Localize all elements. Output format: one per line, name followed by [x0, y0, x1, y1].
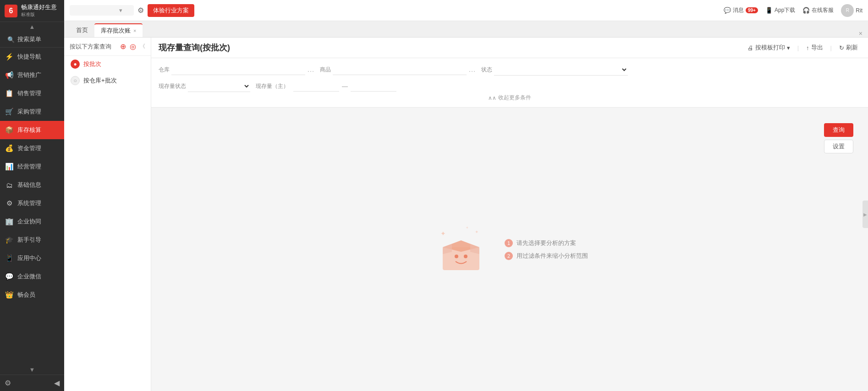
sidebar-item-inventory[interactable]: 📦 库存核算	[0, 121, 64, 139]
sidebar-item-label: 企业微信	[17, 272, 41, 281]
divider-2: |	[830, 44, 832, 51]
filter-form-inner: 仓库 … 商品 … 状态	[159, 64, 861, 102]
topbar-right: 💬 消息 99+ 📱 App下载 🎧 在线客服 R Rit	[724, 4, 863, 17]
sidebar-item-label: 销售管理	[17, 89, 41, 98]
sidebar-footer: ⚙ ◀	[0, 375, 64, 391]
search-icon: 🔍	[7, 36, 15, 43]
filter-item-label: 按批次	[83, 60, 101, 68]
empty-step-2-text: 用过滤条件来缩小分析范围	[516, 252, 588, 260]
sidebar-item-label: 经营管理	[17, 163, 41, 171]
right-edge-handle[interactable]: ▶	[863, 201, 868, 228]
step-1-num: 1	[505, 239, 513, 247]
sidebar-item-quick-nav[interactable]: ⚡ 快捷导航	[0, 48, 64, 66]
stock-main-field: 现存量（主） —	[256, 81, 396, 92]
sidebar-search[interactable]: 🔍 搜索菜单	[0, 32, 64, 48]
content-area: 现存量查询(按批次) 🖨 按模板打印 ▾ | ↑ 导出 | ↻	[151, 38, 868, 391]
collapse-label: 收起更多条件	[498, 94, 531, 102]
topbar: ▾ ⚙ 体验行业方案 💬 消息 99+ 📱 App下载 🎧 在线客服 R	[64, 0, 868, 21]
settings-btn[interactable]: 设置	[824, 140, 853, 153]
sidebar-item-sales[interactable]: 📋 销售管理	[0, 84, 64, 103]
filter-row-2: 现存量状态 现存量（主） —	[159, 80, 861, 92]
search-dropdown-icon[interactable]: ▾	[119, 7, 122, 14]
experience-btn[interactable]: 体验行业方案	[148, 4, 194, 17]
online-support-label: 在线客服	[812, 6, 834, 14]
stock-main-max[interactable]	[351, 81, 396, 92]
collapse-row[interactable]: ∧∧ 收起更多条件	[159, 92, 861, 102]
product-dots[interactable]: …	[468, 65, 476, 74]
filter-item-by-batch[interactable]: ● 按批次	[64, 56, 151, 72]
avatar-circle: R	[841, 4, 854, 17]
empty-step-2: 2 用过滤条件来缩小分析范围	[505, 252, 588, 260]
sidebar-item-newuser[interactable]: 🎓 新手引导	[0, 231, 64, 249]
page-title: 现存量查询(按批次)	[159, 42, 230, 53]
purchase-icon: 🛒	[5, 107, 14, 116]
app-download-btn[interactable]: 📱 App下载	[765, 6, 795, 14]
notifications-label: 消息	[733, 6, 744, 14]
notifications-btn[interactable]: 💬 消息 99+	[724, 6, 758, 14]
topbar-gear-icon[interactable]: ⚙	[137, 6, 144, 15]
sidebar-item-enterprise[interactable]: 🏢 企业协同	[0, 212, 64, 231]
user-avatar[interactable]: R Rit	[841, 4, 863, 17]
print-dropdown-icon[interactable]: ▾	[787, 44, 790, 51]
collapse-sidebar-icon[interactable]: ◀	[54, 379, 60, 387]
sales-icon: 📋	[5, 89, 14, 98]
online-support-btn[interactable]: 🎧 在线客服	[802, 6, 834, 14]
tab-home[interactable]: 首页	[70, 23, 94, 37]
sidebar-item-label: 基础信息	[17, 181, 41, 189]
product-input[interactable]	[333, 64, 467, 75]
sidebar-scroll-up[interactable]: ▲	[0, 22, 64, 32]
stock-main-min[interactable]	[293, 81, 339, 92]
sidebar-item-member[interactable]: 👑 畅会员	[0, 286, 64, 304]
tab-main-close-icon[interactable]: ×	[859, 30, 863, 37]
app-version: 标准版	[21, 11, 57, 18]
query-btn[interactable]: 查询	[824, 123, 853, 137]
print-template-btn[interactable]: 🖨 按模板打印 ▾	[745, 42, 793, 53]
sidebar-item-finance[interactable]: 💰 资金管理	[0, 139, 64, 157]
warehouse-input[interactable]	[171, 64, 305, 75]
sidebar-scroll-down[interactable]: ▼	[0, 365, 64, 375]
search-input[interactable]	[73, 7, 119, 14]
filter-panel-header: 按以下方案查询 ⊕ ◎ 《	[64, 38, 151, 56]
page-header: 现存量查询(按批次) 🖨 按模板打印 ▾ | ↑ 导出 | ↻	[151, 38, 868, 58]
tab-inventory-batch[interactable]: 库存批次账 ×	[94, 23, 143, 37]
stock-status-label: 现存量状态	[159, 82, 186, 90]
sidebar-item-system[interactable]: ⚙ 系统管理	[0, 194, 64, 212]
enterprise-icon: 🏢	[5, 217, 14, 226]
tab-home-label: 首页	[76, 26, 88, 34]
tab-close-icon[interactable]: ×	[133, 28, 136, 33]
refresh-btn[interactable]: ↻ 刷新	[836, 42, 861, 53]
sidebar-item-appcenter[interactable]: 📱 应用中心	[0, 249, 64, 267]
avatar-initials: R	[846, 8, 849, 13]
filter-panel-collapse[interactable]: 《	[140, 43, 145, 50]
search-input-block[interactable]: ▾	[70, 5, 134, 16]
warehouse-field: 仓库 …	[159, 64, 314, 75]
status-label: 状态	[481, 66, 492, 74]
svg-text:✦: ✦	[440, 230, 446, 237]
app-logo: 6	[5, 5, 17, 17]
appcenter-icon: 📱	[5, 254, 14, 263]
sidebar-item-label: 畅会员	[17, 291, 35, 299]
filter-settings-btn[interactable]: ◎	[130, 42, 136, 51]
topbar-left: ▾ ⚙ 体验行业方案	[70, 4, 194, 17]
export-btn[interactable]: ↑ 导出	[803, 42, 826, 53]
stock-status-select[interactable]	[188, 80, 250, 92]
operation-icon: 📊	[5, 162, 14, 171]
settings-icon[interactable]: ⚙	[5, 379, 11, 387]
system-icon: ⚙	[5, 199, 14, 208]
sidebar-item-purchase[interactable]: 🛒 采购管理	[0, 103, 64, 121]
wechat-icon: 💬	[5, 272, 14, 281]
sidebar-item-operation[interactable]: 📊 经营管理	[0, 157, 64, 176]
sidebar-item-marketing[interactable]: 📢 营销推广	[0, 66, 64, 84]
main-area: ▾ ⚙ 体验行业方案 💬 消息 99+ 📱 App下载 🎧 在线客服 R	[64, 0, 868, 391]
quick-nav-icon: ⚡	[5, 52, 14, 61]
warehouse-dots[interactable]: …	[307, 65, 314, 74]
tabs-bar: 首页 库存批次账 × ×	[64, 21, 868, 38]
status-select[interactable]	[494, 64, 628, 76]
search-label: 搜索菜单	[17, 35, 41, 43]
sidebar-item-wechat[interactable]: 💬 企业微信	[0, 267, 64, 286]
divider-1: |	[797, 44, 799, 51]
add-filter-btn[interactable]: ⊕	[120, 42, 126, 51]
sidebar-item-basic[interactable]: 🗂 基础信息	[0, 176, 64, 194]
svg-text:✦: ✦	[475, 229, 478, 234]
filter-item-by-warehouse-batch[interactable]: ○ 按仓库+批次	[64, 72, 151, 89]
